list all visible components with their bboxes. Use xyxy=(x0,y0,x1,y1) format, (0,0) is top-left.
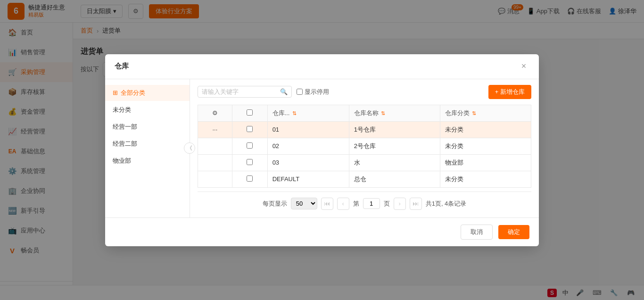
row-checkbox-1[interactable] xyxy=(232,121,267,138)
sort-icon-category: ⇅ xyxy=(472,110,476,116)
row-code-4: DEFAULT xyxy=(267,171,349,187)
tree-label-all: 全部分类 xyxy=(121,89,145,97)
row-category-4: 未分类 xyxy=(440,171,531,187)
th-code-label: 仓库... xyxy=(272,109,290,117)
row-checkbox-4[interactable] xyxy=(232,171,267,187)
confirm-button[interactable]: 确定 xyxy=(498,225,529,239)
tree-item-property[interactable]: 物业部 xyxy=(105,153,190,169)
table-row[interactable]: 02 2号仓库 未分类 xyxy=(198,138,531,154)
table-header-row: ⚙ 仓库... ⇅ 仓库名称 ⇅ xyxy=(198,105,531,121)
tree-item-ops2[interactable]: 经营二部 xyxy=(105,136,190,152)
row-code-3: 03 xyxy=(267,154,349,171)
modal-close-button[interactable]: × xyxy=(518,61,529,72)
category-tree-panel: ⊞ 全部分类 未分类 经营一部 经营二部 物业部 《 xyxy=(105,79,190,217)
th-name-label: 仓库名称 xyxy=(354,109,379,117)
row-category-2: 未分类 xyxy=(440,138,531,154)
table-row[interactable]: ··· 01 1号仓库 未分类 xyxy=(198,121,531,138)
tree-item-ops1[interactable]: 经营一部 xyxy=(105,119,190,135)
modal-header: 仓库 × xyxy=(105,54,539,79)
add-warehouse-button[interactable]: + 新增仓库 xyxy=(488,85,531,99)
row-name-4: 总仓 xyxy=(349,171,440,187)
row-checkbox-3[interactable] xyxy=(232,154,267,171)
page-unit: 页 xyxy=(384,200,390,208)
pagination-bar: 每页显示 50 100 ⏮ ‹ 第 页 › ⏭ 共1页, 4条记录 xyxy=(198,192,531,212)
show-disabled-checkbox[interactable] xyxy=(297,89,303,95)
per-page-select[interactable]: 50 100 xyxy=(291,198,317,209)
total-info: 共1页, 4条记录 xyxy=(426,200,467,208)
th-name[interactable]: 仓库名称 ⇅ xyxy=(349,105,440,121)
prev-page-button[interactable]: ‹ xyxy=(337,198,349,210)
sort-icon-code: ⇅ xyxy=(292,110,297,116)
th-category[interactable]: 仓库分类 ⇅ xyxy=(440,105,531,121)
table-head: ⚙ 仓库... ⇅ 仓库名称 ⇅ xyxy=(198,105,531,121)
warehouse-table: ⚙ 仓库... ⇅ 仓库名称 ⇅ xyxy=(198,105,531,188)
search-icon[interactable]: 🔍 xyxy=(280,88,288,95)
row-category-3: 物业部 xyxy=(440,154,531,171)
next-page-button[interactable]: › xyxy=(394,198,406,210)
modal-overlay: 仓库 × ⊞ 全部分类 未分类 经营一部 经营二部 xyxy=(0,0,644,300)
cancel-button[interactable]: 取消 xyxy=(461,225,493,240)
row-name-3: 水 xyxy=(349,154,440,171)
show-disabled-label[interactable]: 显示停用 xyxy=(297,88,329,96)
grid-icon: ⊞ xyxy=(113,89,118,96)
th-category-label: 仓库分类 xyxy=(445,109,470,117)
row-actions-1[interactable]: ··· xyxy=(198,121,232,138)
table-container: ⚙ 仓库... ⇅ 仓库名称 ⇅ xyxy=(198,105,531,188)
sort-icon-name: ⇅ xyxy=(381,110,385,116)
row-code-2: 02 xyxy=(267,138,349,154)
row-actions-2[interactable] xyxy=(198,138,232,154)
table-panel: 🔍 显示停用 + 新增仓库 ⚙ xyxy=(190,79,539,217)
row-actions-3[interactable] xyxy=(198,154,232,171)
tree-item-all[interactable]: ⊞ 全部分类 xyxy=(105,85,190,101)
last-page-button[interactable]: ⏭ xyxy=(410,198,422,210)
table-toolbar: 🔍 显示停用 + 新增仓库 xyxy=(198,85,531,99)
th-code[interactable]: 仓库... ⇅ xyxy=(267,105,349,121)
modal-title: 仓库 xyxy=(115,62,129,71)
table-row[interactable]: 03 水 物业部 xyxy=(198,154,531,171)
tree-label-uncat: 未分类 xyxy=(113,106,131,114)
tree-collapse-button[interactable]: 《 xyxy=(184,142,195,154)
page-input[interactable] xyxy=(363,198,380,209)
modal-footer: 取消 确定 xyxy=(105,217,539,246)
tree-label-ops2: 经营二部 xyxy=(113,140,137,148)
search-input[interactable] xyxy=(202,88,280,95)
first-page-button[interactable]: ⏮ xyxy=(321,198,333,210)
row-checkbox-2[interactable] xyxy=(232,138,267,154)
table-body: ··· 01 1号仓库 未分类 02 2号仓库 xyxy=(198,121,531,187)
row-name-2: 2号仓库 xyxy=(349,138,440,154)
show-disabled-text: 显示停用 xyxy=(305,88,329,96)
row-code-1: 01 xyxy=(267,121,349,138)
search-box: 🔍 xyxy=(198,86,292,98)
warehouse-modal: 仓库 × ⊞ 全部分类 未分类 经营一部 经营二部 xyxy=(105,54,539,246)
row-actions-4[interactable] xyxy=(198,171,232,187)
th-settings[interactable]: ⚙ xyxy=(198,105,232,121)
tree-label-property: 物业部 xyxy=(113,157,131,165)
per-page-label: 每页显示 xyxy=(263,200,287,208)
modal-body: ⊞ 全部分类 未分类 经营一部 经营二部 物业部 《 xyxy=(105,79,539,217)
row-category-1: 未分类 xyxy=(440,121,531,138)
table-row[interactable]: DEFAULT 总仓 未分类 xyxy=(198,171,531,187)
th-checkbox[interactable] xyxy=(232,105,267,121)
tree-item-uncat[interactable]: 未分类 xyxy=(105,102,190,118)
row-name-1: 1号仓库 xyxy=(349,121,440,138)
tree-label-ops1: 经营一部 xyxy=(113,123,137,131)
select-all-checkbox[interactable] xyxy=(247,109,253,116)
page-label: 第 xyxy=(353,200,359,208)
